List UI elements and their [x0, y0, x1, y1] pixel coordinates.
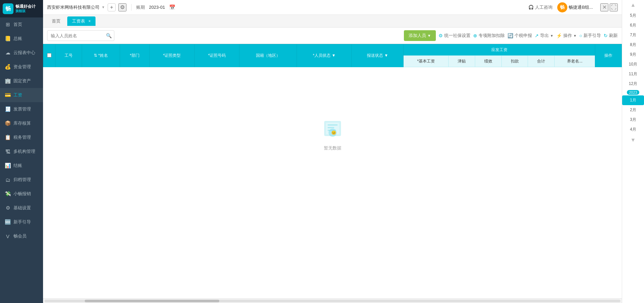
sidebar-item-expense[interactable]: 💸 小畅报销: [0, 187, 43, 201]
sidebar-icon-cloud-report: ☁: [5, 50, 11, 56]
sidebar-item-inventory[interactable]: 📦 库存核算: [0, 116, 43, 130]
customer-service-button[interactable]: 🎧 人工咨询: [528, 4, 553, 10]
col-subsidy: 津贴: [449, 56, 475, 67]
company-dropdown-icon: ▼: [102, 5, 105, 9]
sidebar: 畅 畅通好会计 旗舰版 ⊞ 首页 📒 总账 ☁ 云报表中心 💰 资金管理 🏢 固…: [0, 0, 43, 303]
month-4[interactable]: 4月: [622, 125, 644, 134]
sidebar-icon-fund: 💰: [5, 64, 11, 70]
toolbar: 🔍 添加人员 ▼ ⚙ 统一社保设置 ⊕ 专项附加扣除 🔄 个税申报 ↗ 导出 ▼…: [43, 28, 622, 44]
user-info[interactable]: 畅 畅捷通B组...: [557, 2, 593, 12]
guide-button[interactable]: ○ 新手引导: [579, 33, 601, 39]
month-3[interactable]: 3月: [622, 115, 644, 125]
sidebar-icon-expense: 💸: [5, 191, 11, 197]
search-icon: 🔍: [106, 33, 112, 38]
month-7[interactable]: 7月: [622, 30, 644, 40]
add-company-button[interactable]: +: [108, 3, 116, 11]
period-value: 2023-01: [149, 5, 165, 10]
add-person-button[interactable]: 添加人员 ▼: [404, 30, 436, 41]
sidebar-label-fund: 资金管理: [13, 64, 31, 70]
select-all-checkbox[interactable]: [47, 53, 51, 57]
refresh-label: 刷新: [609, 33, 618, 39]
sidebar-item-member[interactable]: V 畅会员: [0, 229, 43, 243]
search-wrapper: 🔍: [47, 30, 114, 41]
sidebar-item-home[interactable]: ⊞ 首页: [0, 17, 43, 32]
refresh-button[interactable]: ↻ 刷新: [604, 33, 618, 39]
sidebar-label-cloud-report: 云报表中心: [13, 50, 35, 56]
sidebar-item-archive[interactable]: 🗂 归档管理: [0, 173, 43, 187]
sidebar-label-member: 畅会员: [13, 233, 27, 239]
special-deduction-button[interactable]: ⊕ 专项附加扣除: [473, 33, 505, 39]
month-5[interactable]: 5月: [622, 11, 644, 20]
refresh-icon: ↻: [604, 33, 608, 38]
month-8[interactable]: 8月: [622, 40, 644, 50]
sidebar-item-salary[interactable]: 💳 工资: [0, 88, 43, 102]
maximize-window-button[interactable]: ⛶: [610, 3, 618, 11]
sidebar-item-close[interactable]: 📊 结账: [0, 159, 43, 173]
date-nav-down[interactable]: ▼: [630, 136, 637, 144]
avatar: 畅: [557, 2, 567, 12]
sidebar-icon-tax: 📋: [5, 134, 11, 140]
sidebar-item-fund[interactable]: 💰 资金管理: [0, 60, 43, 74]
operation-icon: ⚡: [556, 33, 562, 38]
empty-state: 😐 暂无数据: [43, 87, 622, 178]
sidebar-label-multi-org: 多机构管理: [13, 148, 35, 155]
tab-salary[interactable]: 工资表 ×: [67, 16, 96, 26]
month-9[interactable]: 9月: [622, 50, 644, 59]
col-performance: 绩效: [475, 56, 501, 67]
month-2[interactable]: 2月: [622, 105, 644, 115]
col-name: ⇅ *姓名: [82, 44, 120, 67]
checkbox-header[interactable]: [43, 44, 55, 67]
col-operation: 操作: [595, 44, 622, 67]
col-status: *人员状态 ▼: [297, 44, 352, 67]
svg-text:😐: 😐: [331, 130, 336, 135]
empty-icon: 😐: [319, 114, 346, 141]
company-selector[interactable]: 西安虾米网络科技有限公司 ▼: [47, 4, 105, 10]
settings-icon[interactable]: ⚙: [118, 3, 126, 11]
sidebar-icon-member: V: [5, 233, 11, 239]
sidebar-item-fixed-assets[interactable]: 🏢 固定资产: [0, 74, 43, 88]
sidebar-icon-home: ⊞: [5, 21, 11, 28]
calendar-icon[interactable]: 📅: [169, 4, 176, 10]
add-person-dropdown-icon: ▼: [427, 34, 431, 38]
logo-icon: 畅: [3, 3, 13, 14]
search-input[interactable]: [47, 30, 114, 41]
sidebar-label-guide: 新手引导: [13, 219, 31, 225]
month-11[interactable]: 11月: [622, 69, 644, 79]
month-10[interactable]: 10月: [622, 59, 644, 69]
operation-button[interactable]: ⚡ 操作 ▼: [556, 33, 577, 39]
sidebar-icon-fixed-assets: 🏢: [5, 78, 11, 84]
social-security-button[interactable]: ⚙ 统一社保设置: [439, 33, 470, 39]
sidebar-item-multi-org[interactable]: 🏗 多机构管理: [0, 144, 43, 159]
year-badge: 2023: [627, 90, 639, 95]
special-deduction-label: 专项附加扣除: [479, 33, 505, 39]
tab-home[interactable]: 首页: [47, 16, 65, 26]
sidebar-item-tax[interactable]: 📋 税务管理: [0, 130, 43, 144]
col-total: 合计: [528, 56, 555, 67]
export-label: 导出: [540, 33, 549, 39]
topbar-right: 🎧 人工咨询 畅 畅捷通B组... ✕ ⛶: [528, 2, 618, 12]
headset-icon: 🎧: [528, 5, 534, 10]
sidebar-item-settings[interactable]: ⚙ 基础设置: [0, 201, 43, 215]
personal-tax-button[interactable]: 🔄 个税申报: [507, 33, 532, 39]
export-button[interactable]: ↗ 导出 ▼: [535, 33, 554, 39]
sidebar-icon-close: 📊: [5, 163, 11, 169]
col-dept: *部门: [120, 44, 150, 67]
month-1-active[interactable]: 1月: [622, 95, 644, 105]
app-logo: 畅 畅通好会计 旗舰版: [0, 0, 43, 17]
sidebar-item-invoice[interactable]: 🧾 发票管理: [0, 102, 43, 116]
operation-dropdown-icon: ▼: [573, 34, 577, 38]
topbar: 西安虾米网络科技有限公司 ▼ + ⚙ 账期 2023-01 📅 🎧 人工咨询 畅…: [43, 0, 622, 15]
sidebar-icon-ledger: 📒: [5, 36, 11, 42]
sidebar-item-guide[interactable]: 🆕 新手引导: [0, 215, 43, 229]
sidebar-item-ledger[interactable]: 📒 总账: [0, 32, 43, 46]
social-security-label: 统一社保设置: [444, 33, 470, 39]
month-12[interactable]: 12月: [622, 79, 644, 89]
close-window-button[interactable]: ✕: [600, 3, 608, 11]
horizontal-scrollbar[interactable]: [43, 298, 622, 303]
date-nav-up[interactable]: ▲: [630, 1, 637, 9]
sidebar-item-cloud-report[interactable]: ☁ 云报表中心: [0, 46, 43, 60]
tab-salary-close[interactable]: ×: [88, 19, 91, 24]
salary-table: 工号 ⇅ *姓名 *部门 *证照类型 *证照号码 国籍（地区） *人员状态 ▼ …: [43, 44, 622, 198]
scrollbar-thumb[interactable]: [85, 300, 219, 302]
month-6[interactable]: 6月: [622, 20, 644, 30]
